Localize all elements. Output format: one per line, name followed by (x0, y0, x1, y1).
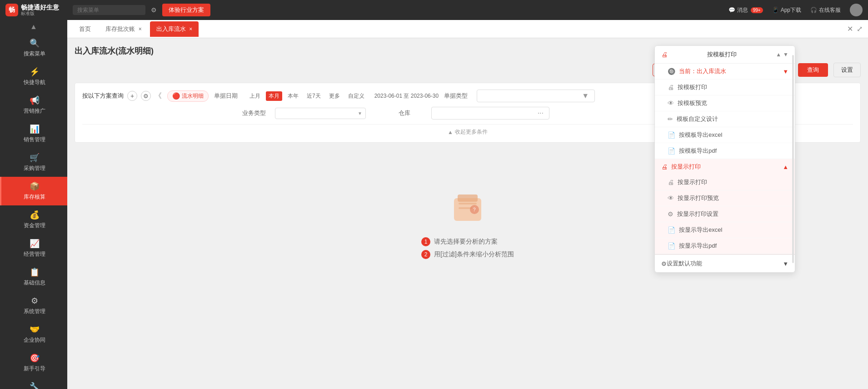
date-btn-last-month[interactable]: 上月 (247, 91, 263, 101)
dropdown-display-preview[interactable]: 👁 按显示打印预览 (655, 190, 795, 206)
template-custom-icon: ✏ (668, 115, 673, 123)
business-type-select-wrap (275, 108, 366, 119)
dropdown-display-pdf[interactable]: 📄 按显示导出pdf (655, 238, 795, 254)
dropdown-current-template[interactable]: 🔘 当前：出入库流水 ▼ (655, 64, 795, 80)
message-btn[interactable]: 💬 消息 99+ (728, 6, 763, 14)
warehouse-more-btn[interactable]: ··· (536, 109, 545, 117)
date-btn-more[interactable]: 更多 (326, 91, 343, 101)
sidebar-item-basic[interactable]: 📋 基础信息 (0, 263, 67, 291)
quick-nav-icon: ⚡ (30, 67, 40, 77)
date-btn-7days[interactable]: 近7天 (304, 91, 324, 101)
dropdown-arrows: ▲ ▼ (776, 51, 788, 58)
sidebar-item-system[interactable]: ⚙ 系统管理 (0, 291, 67, 320)
settings-btn[interactable]: 设置 (833, 63, 861, 77)
template-pdf-icon: 📄 (668, 147, 675, 155)
search-icon: 🔍 (30, 38, 40, 48)
dropdown-print-icon: 🖨 (661, 51, 668, 58)
sidebar-item-marketing[interactable]: 📢 营销推广 (0, 91, 67, 120)
tab-stock-flow[interactable]: 出入库流水 × (150, 21, 199, 37)
svg-text:?: ? (473, 207, 476, 212)
doc-type-input[interactable] (481, 93, 580, 100)
sidebar-item-app-center[interactable]: 🔧 应用中心 (0, 377, 67, 389)
empty-illustration: ? (445, 185, 490, 230)
sidebar-item-purchase[interactable]: 🛒 采购管理 (0, 148, 67, 177)
tab-batch-account-close[interactable]: × (139, 26, 142, 32)
empty-step-1: 1 请先选择要分析的方案 (421, 237, 498, 246)
sidebar-item-inventory[interactable]: 📦 库存核算 (0, 177, 67, 205)
collapse-up-icon: ▲ (448, 129, 453, 135)
app-download-btn[interactable]: 📱 App下载 (772, 6, 801, 14)
dropdown-template-preview[interactable]: 👁 按模板预览 (655, 95, 795, 111)
avatar[interactable] (850, 4, 863, 16)
empty-step-2: 2 用[过滤]条件来缩小分析范围 (421, 250, 514, 259)
gear-button[interactable]: ⚙ (149, 5, 159, 15)
dropdown-template-custom[interactable]: ✏ 模板自定义设计 (655, 111, 795, 127)
promo-button[interactable]: 体验行业方案 (162, 4, 210, 16)
sidebar-scroll-up[interactable]: ▲ (0, 20, 67, 34)
warehouse-input[interactable] (435, 110, 536, 117)
date-label: 单据日期 (214, 92, 241, 100)
empty-steps: 1 请先选择要分析的方案 2 用[过滤]条件来缩小分析范围 (421, 237, 514, 259)
dropdown-panel: 🖨 按模板打印 ▲ ▼ 🔘 当前：出入库流水 ▼ 🖨 按模板打印 👁 按模板预览… (654, 45, 795, 273)
template-excel-icon: 📄 (668, 131, 675, 139)
date-btn-custom[interactable]: 自定义 (345, 91, 367, 101)
online-service-btn[interactable]: 🎧 在线客服 (810, 6, 841, 14)
sidebar-item-operation[interactable]: 📈 经营管理 (0, 234, 67, 263)
tab-close-btn[interactable]: ✕ (847, 25, 853, 33)
doc-type-more-btn[interactable]: ▼ (580, 92, 591, 100)
default-func-icon: ⚙ (661, 260, 667, 267)
search-add-btn[interactable]: + (127, 91, 137, 101)
operation-icon: 📈 (30, 239, 40, 249)
inventory-icon: 📦 (30, 181, 40, 191)
svg-rect-2 (459, 203, 477, 204)
display-settings-icon: ⚙ (668, 210, 673, 218)
filter-tag[interactable]: 🔴 流水明细 (167, 90, 209, 102)
headset-icon: 🎧 (810, 7, 817, 13)
search-input[interactable] (73, 5, 145, 15)
message-badge: 99+ (751, 7, 763, 13)
dropdown-down-arrow[interactable]: ▼ (783, 51, 788, 58)
dropdown-display-print[interactable]: 🖨 按显示打印 (655, 175, 795, 190)
search-label-area: 按以下方案查询 + ⚙ 《 (82, 91, 162, 101)
marketing-icon: 📢 (30, 95, 40, 105)
date-btn-this-month[interactable]: 本月 (266, 91, 282, 101)
download-icon: 📱 (772, 7, 779, 13)
footer-arrow-icon: ▼ (783, 260, 788, 267)
dropdown-display-excel[interactable]: 📄 按显示导出excel (655, 222, 795, 238)
doc-type-input-wrap: ▼ (477, 90, 595, 102)
dropdown-template-excel[interactable]: 📄 按模板导出excel (655, 127, 795, 143)
sidebar-item-sales[interactable]: 📊 销售管理 (0, 120, 67, 148)
date-btn-this-year[interactable]: 本年 (285, 91, 301, 101)
dropdown-up-arrow[interactable]: ▲ (776, 51, 781, 58)
display-preview-icon: 👁 (668, 194, 674, 202)
sidebar-item-search[interactable]: 🔍 搜索菜单 (0, 34, 67, 62)
dropdown-footer[interactable]: ⚙ 设置默认功能 ▼ (655, 254, 795, 272)
dropdown-template-print[interactable]: 🖨 按模板打印 (655, 80, 795, 95)
svg-rect-1 (458, 194, 478, 202)
sidebar-item-guide[interactable]: 🎯 新手引导 (0, 349, 67, 377)
display-excel-icon: 📄 (668, 226, 675, 234)
top-header: 畅 畅捷通好生意 标准版 ⚙ 体验行业方案 💬 消息 99+ 📱 App下载 🎧… (0, 0, 868, 20)
sidebar-item-finance[interactable]: 💰 资金管理 (0, 205, 67, 234)
query-btn[interactable]: 查询 (798, 63, 828, 77)
template-preview-icon: 👁 (668, 100, 674, 107)
tab-batch-account[interactable]: 库存批次账 × (99, 21, 148, 37)
dropdown-scrollbar[interactable] (792, 55, 794, 263)
business-type-select[interactable] (275, 108, 366, 119)
search-collapse-left-btn[interactable]: 《 (155, 91, 162, 101)
finance-icon: 💰 (30, 210, 40, 220)
dropdown-header: 🖨 按模板打印 ▲ ▼ (655, 46, 795, 64)
step-2-num: 2 (421, 250, 430, 259)
warehouse-input-wrap: ··· (431, 107, 549, 120)
search-gear-btn[interactable]: ⚙ (141, 91, 151, 101)
tab-home[interactable]: 首页 (73, 21, 97, 37)
basic-icon: 📋 (30, 267, 40, 277)
sidebar-item-collab[interactable]: 🤝 企业协同 (0, 320, 67, 349)
sidebar-item-quick-nav[interactable]: ⚡ 快捷导航 (0, 62, 67, 91)
tab-maximize-btn[interactable]: ⤢ (857, 25, 863, 33)
dropdown-display-section: 🖨 按显示打印 ▲ 🖨 按显示打印 👁 按显示打印预览 ⚙ 按显示打印设置 📄 … (655, 159, 795, 254)
dropdown-display-settings[interactable]: ⚙ 按显示打印设置 (655, 206, 795, 222)
dropdown-template-pdf[interactable]: 📄 按模板导出pdf (655, 143, 795, 159)
dropdown-section-header[interactable]: 🖨 按显示打印 ▲ (655, 159, 795, 175)
tab-stock-flow-close[interactable]: × (189, 26, 192, 32)
